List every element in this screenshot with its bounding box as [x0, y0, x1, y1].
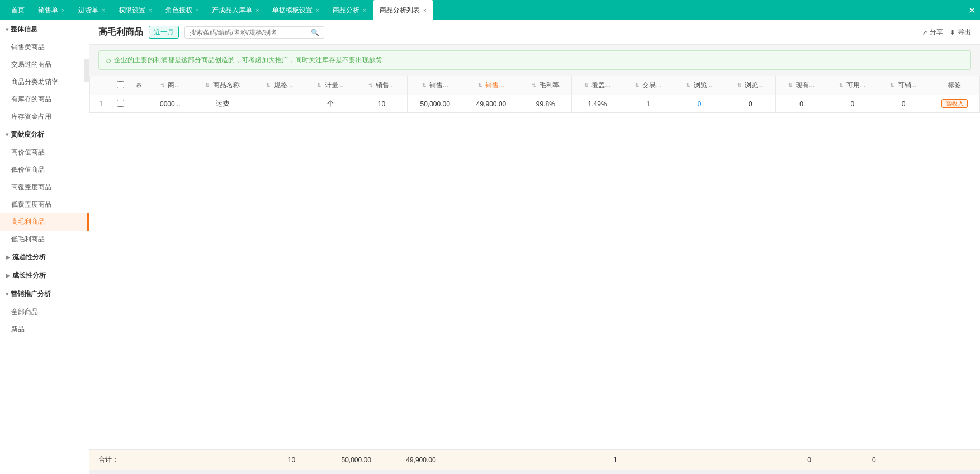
close-template-settings[interactable]: × — [316, 7, 319, 13]
sidebar-item-stock-capital[interactable]: 库存资金占用 — [0, 108, 89, 125]
search-icon[interactable]: 🔍 — [311, 29, 319, 36]
cell-checkbox[interactable] — [112, 95, 129, 113]
sidebar-item-sales-goods[interactable]: 销售类商品 — [0, 39, 89, 56]
sidebar-group-trend[interactable]: ▶ 流趋性分析 — [0, 248, 89, 266]
sidebar-group-overall-info[interactable]: ▾ 整体信息 — [0, 20, 89, 39]
table-header-row: ⚙ ⇅ 商... ⇅ 商品名称 ⇅ 规格... — [90, 76, 980, 95]
search-box: 🔍 — [184, 26, 324, 39]
sidebar-item-traded-goods[interactable]: 交易过的商品 — [0, 56, 89, 73]
cell-browse1[interactable]: 0 — [674, 95, 725, 113]
col-trade-count[interactable]: ⇅ 交易... — [623, 76, 674, 95]
sidebar-item-in-stock-goods[interactable]: 有库存的商品 — [0, 91, 89, 108]
arrow-trend: ▶ — [6, 254, 10, 260]
info-banner: ◇ 企业的主要的利润都是这部分商品创造的，可考虑加大推广，同时关注库存是不要出现… — [98, 50, 971, 70]
col-sales-amount[interactable]: ⇅ 销售... — [407, 76, 463, 95]
sidebar-item-low-coverage[interactable]: 低覆盖度商品 — [0, 196, 89, 213]
footer-label: 合计： — [98, 455, 119, 464]
row-checkbox[interactable] — [117, 100, 124, 107]
content-header: 高毛利商品 近一月 🔍 ↗ 分享 ⬇ 导出 — [89, 20, 980, 45]
sort-icon-browse1: ⇅ — [686, 83, 690, 88]
sidebar-group-contribution[interactable]: ▾ 贡献度分析 — [0, 125, 89, 144]
col-coverage[interactable]: ⇅ 覆盖... — [572, 76, 623, 95]
search-input[interactable] — [190, 29, 311, 36]
nav-home[interactable]: 首页 — [4, 0, 31, 20]
nav-template-settings[interactable]: 单据模板设置 × — [266, 0, 326, 20]
col-settings[interactable]: ⚙ — [129, 76, 149, 95]
cell-code: 0000... — [149, 95, 191, 113]
close-sales-order[interactable]: × — [61, 7, 65, 13]
export-button[interactable]: ⬇ 导出 — [950, 27, 971, 37]
footer-available: 0 — [841, 456, 906, 464]
cell-available: 0 — [827, 95, 878, 113]
col-browse2[interactable]: ⇅ 浏览... — [725, 76, 776, 95]
sidebar: 《 ▾ 整体信息 销售类商品 交易过的商品 商品分类助销率 有库存的商品 库存资… — [0, 20, 89, 474]
close-purchase-order[interactable]: × — [102, 7, 105, 13]
sidebar-item-new-goods[interactable]: 新品 — [0, 321, 89, 338]
share-button[interactable]: ↗ 分享 — [922, 27, 943, 37]
settings-icon: ⚙ — [136, 82, 142, 90]
main-layout: 《 ▾ 整体信息 销售类商品 交易过的商品 商品分类助销率 有库存的商品 库存资… — [0, 20, 980, 474]
header-actions: ↗ 分享 ⬇ 导出 — [922, 27, 971, 37]
sidebar-item-category-assist-rate[interactable]: 商品分类助销率 — [0, 73, 89, 91]
cell-coverage: 1.49% — [572, 95, 623, 113]
col-product-code[interactable]: ⇅ 商... — [149, 76, 191, 95]
cell-name: 运费 — [191, 95, 254, 113]
col-spec[interactable]: ⇅ 规格... — [254, 76, 305, 95]
col-unit[interactable]: ⇅ 计量... — [305, 76, 356, 95]
close-permission-settings[interactable]: × — [149, 7, 152, 13]
sidebar-item-low-value[interactable]: 低价值商品 — [0, 161, 89, 179]
info-icon: ◇ — [106, 57, 111, 64]
col-product-name[interactable]: ⇅ 商品名称 — [191, 76, 254, 95]
select-all-checkbox[interactable] — [117, 81, 124, 88]
col-sellable[interactable]: ⇅ 可销... — [878, 76, 929, 95]
footer-sales-count: 10 — [259, 456, 324, 464]
share-icon: ↗ — [922, 29, 927, 36]
close-product-analysis-list[interactable]: × — [423, 7, 427, 13]
sidebar-item-high-margin[interactable]: 高毛利商品 — [0, 213, 89, 231]
nav-permission-settings[interactable]: 权限设置 × — [112, 0, 159, 20]
export-icon: ⬇ — [950, 29, 955, 36]
content-area: 高毛利商品 近一月 🔍 ↗ 分享 ⬇ 导出 ◇ 企业的主要的利润都是这部分商品创… — [89, 20, 980, 474]
top-nav: 首页 销售单 × 进货单 × 权限设置 × 角色授权 × 产成品入库单 × 单据… — [0, 0, 980, 20]
sidebar-group-marketing[interactable]: ▾ 营销推广分析 — [0, 285, 89, 303]
col-checkbox — [112, 76, 129, 95]
cell-sales-cost: 49,900.00 — [463, 95, 519, 113]
col-current-stock[interactable]: ⇅ 现有... — [776, 76, 827, 95]
nav-product-analysis-list[interactable]: 商品分析列表 × — [373, 0, 433, 20]
col-sales-count[interactable]: ⇅ 销售... — [356, 76, 407, 95]
sidebar-item-low-margin[interactable]: 低毛利商品 — [0, 231, 89, 248]
sidebar-group-growth[interactable]: ▶ 成长性分析 — [0, 266, 89, 285]
nav-product-inbound[interactable]: 产成品入库单 × — [205, 0, 266, 20]
sort-icon-sales-count: ⇅ — [368, 83, 373, 88]
close-role-auth[interactable]: × — [196, 7, 199, 13]
sidebar-item-all-goods[interactable]: 全部商品 — [0, 303, 89, 321]
info-text: 企业的主要的利润都是这部分商品创造的，可考虑加大推广，同时关注库存是不要出现缺货 — [114, 55, 382, 65]
window-close[interactable]: ✕ — [968, 5, 976, 16]
col-available[interactable]: ⇅ 可用... — [827, 76, 878, 95]
cell-unit: 个 — [305, 95, 356, 113]
cell-settings — [129, 95, 149, 113]
time-filter-button[interactable]: 近一月 — [149, 26, 179, 39]
sidebar-collapse-button[interactable]: 《 — [84, 59, 89, 82]
nav-role-auth[interactable]: 角色授权 × — [159, 0, 206, 20]
page-title: 高毛利商品 — [98, 26, 143, 38]
close-product-inbound[interactable]: × — [255, 7, 259, 13]
sort-icon-sellable: ⇅ — [890, 83, 894, 88]
sidebar-item-high-value[interactable]: 高价值商品 — [0, 144, 89, 161]
arrow-growth: ▶ — [6, 273, 10, 279]
col-browse1[interactable]: ⇅ 浏览... — [674, 76, 725, 95]
table-row[interactable]: 1 0000... 运费 个 10 50,000.00 49,900.00 99… — [90, 95, 980, 113]
bottom-scrollbar[interactable] — [89, 470, 980, 474]
col-sales-cost[interactable]: ⇅ 销售... — [463, 76, 519, 95]
col-gross-margin[interactable]: ⇅ 毛利率 — [519, 76, 572, 95]
close-product-analysis[interactable]: × — [363, 7, 366, 13]
cell-gross-margin: 99.8% — [519, 95, 572, 113]
sort-icon-spec: ⇅ — [266, 83, 271, 88]
cell-sales-count: 10 — [356, 95, 407, 113]
sort-icon-trade-count: ⇅ — [635, 83, 640, 88]
sort-icon-available: ⇅ — [839, 83, 844, 88]
nav-purchase-order[interactable]: 进货单 × — [72, 0, 112, 20]
sidebar-item-high-coverage[interactable]: 高覆盖度商品 — [0, 179, 89, 196]
nav-product-analysis[interactable]: 商品分析 × — [326, 0, 373, 20]
nav-sales-order[interactable]: 销售单 × — [31, 0, 72, 20]
